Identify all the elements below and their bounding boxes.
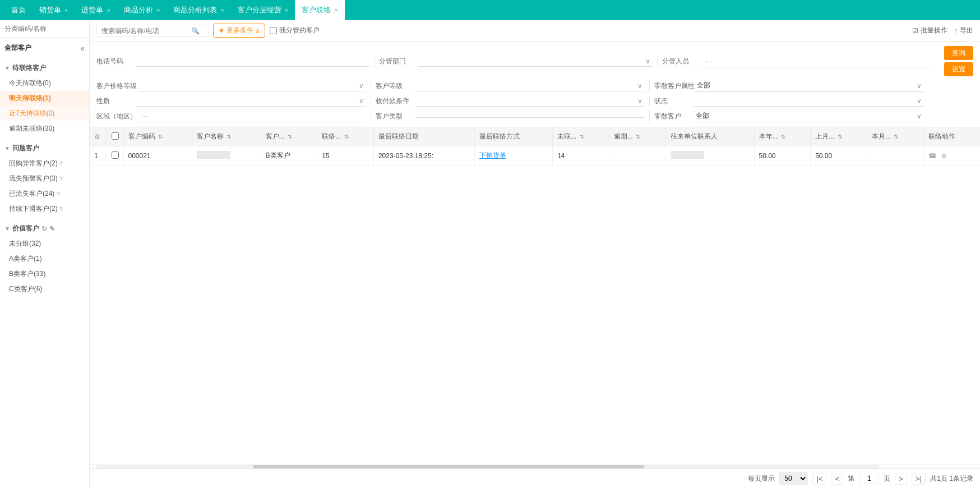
chevron-down-icon: ∨ <box>359 82 364 90</box>
nature-select[interactable]: ∨ <box>136 96 366 107</box>
th-code[interactable]: 客户编码 ⇅ <box>123 127 192 146</box>
reset-button[interactable]: 设置 <box>944 62 973 76</box>
value-section-header[interactable]: ▼ 价值客户 ↻ ✎ <box>0 221 89 236</box>
scrollbar-thumb[interactable] <box>253 465 644 468</box>
filter-price-level: 客户价格等级 ∨ <box>96 81 366 91</box>
search-input[interactable] <box>101 27 191 35</box>
close-icon[interactable]: × <box>64 7 68 13</box>
triangle-icon: ▼ <box>4 65 10 71</box>
pagination: 每页显示 50 100 |< < 第 页 > >| 共1页 1条记录 <box>90 468 980 488</box>
edit-icon[interactable]: ✎ <box>49 225 55 233</box>
th-category[interactable]: 客户... ⇅ <box>261 127 317 146</box>
select-all-checkbox[interactable] <box>112 132 119 140</box>
nav-product-analysis-list[interactable]: 商品分析列表 × <box>167 0 230 20</box>
customer-table: ⚙ 客户编码 ⇅ 客户名称 ⇅ <box>90 127 980 165</box>
customer-type-select[interactable] <box>415 115 645 118</box>
row-checkbox[interactable] <box>112 151 119 159</box>
close-icon[interactable]: × <box>220 7 224 13</box>
sidebar-item-class-a[interactable]: A类客户(1) <box>0 251 89 266</box>
nav-home[interactable]: 首页 <box>4 0 33 20</box>
sidebar-item-overdue[interactable]: 逾期未联络(30) <box>0 121 89 136</box>
my-customer-input[interactable] <box>270 27 277 34</box>
th-name[interactable]: 客户名称 ⇅ <box>192 127 261 146</box>
th-last-contact-date[interactable]: 最后联络日期 <box>373 127 474 146</box>
manager-select[interactable]: ··· <box>701 56 935 67</box>
export-button[interactable]: ↑ 导出 <box>954 26 973 35</box>
cell-code: 000021 <box>123 146 192 165</box>
dept-select[interactable]: ∨ <box>418 56 652 67</box>
gear-icon[interactable]: ⚙ <box>94 133 100 141</box>
help-icon[interactable]: ? <box>59 160 63 167</box>
chevron-down-icon: ∨ <box>917 97 922 105</box>
th-last-contact-method[interactable]: 最后联络方式 <box>474 127 552 146</box>
th-last-month[interactable]: 上月... ⇅ <box>811 127 867 146</box>
sidebar-item-declining[interactable]: 持续下滑客户(2) ? <box>0 201 89 217</box>
ellipsis-icon[interactable]: ··· <box>141 112 148 121</box>
close-icon[interactable]: × <box>285 7 288 13</box>
problem-section-header[interactable]: ▼ 问题客户 <box>0 141 89 156</box>
help-icon[interactable]: ? <box>59 206 63 213</box>
last-contact-method-link[interactable]: 下销货单 <box>479 151 506 159</box>
th-overdue[interactable]: 逾期... ⇅ <box>609 127 665 146</box>
all-customers-header[interactable]: 全部客户 « <box>0 40 89 56</box>
sidebar-item-abnormal-repurchase[interactable]: 回购异常客户(2) ? <box>0 156 89 171</box>
payment-select[interactable]: ∨ <box>415 96 645 107</box>
sidebar-item-today[interactable]: 今天待联络(0) <box>0 76 89 91</box>
th-contact-person[interactable]: 往来单位联系人 <box>665 127 754 146</box>
pending-section-header[interactable]: ▼ 待联络客户 <box>0 61 89 76</box>
last-page-button[interactable]: >| <box>912 473 926 485</box>
horizontal-scrollbar[interactable] <box>90 464 980 468</box>
help-icon[interactable]: ? <box>59 176 63 182</box>
th-uncontacted[interactable]: 未联... ⇅ <box>553 127 609 146</box>
my-customer-checkbox[interactable]: 我分管的客户 <box>270 26 320 35</box>
help-icon[interactable]: ? <box>56 191 59 197</box>
th-this-month[interactable]: 本月... ⇅ <box>867 127 923 146</box>
sidebar-item-class-b[interactable]: B类客户(33) <box>0 266 89 282</box>
first-page-button[interactable]: |< <box>812 473 826 485</box>
sidebar-item-tomorrow[interactable]: 明天待联络(1) <box>0 91 89 106</box>
sidebar-search-area: 🔍 <box>0 20 89 38</box>
more-filter-button[interactable]: ▼ 更多条件 ∧ <box>213 24 265 38</box>
retail-select[interactable]: 全部 ∨ <box>694 110 924 122</box>
filter-action-buttons: 查询 设置 <box>944 46 973 76</box>
more-action-icon[interactable]: ⊞ <box>941 152 947 160</box>
retail-attr-select[interactable]: 全部 ∨ <box>695 80 924 92</box>
chevron-down-icon: ∨ <box>637 97 642 105</box>
sidebar-item-churned[interactable]: 已流失客户(24) ? <box>0 186 89 201</box>
sidebar-item-7days[interactable]: 近7天待联络(0) <box>0 106 89 121</box>
search-button[interactable]: 🔍 <box>191 27 200 35</box>
refresh-icon[interactable]: ↻ <box>41 225 47 233</box>
next-page-button[interactable]: > <box>895 473 907 485</box>
nav-product-analysis[interactable]: 商品分析 × <box>117 0 167 20</box>
query-button[interactable]: 查询 <box>944 46 973 60</box>
nav-sales-order[interactable]: 销货单 × <box>33 0 75 20</box>
cell-this-year: 50.00 <box>754 146 811 165</box>
close-icon[interactable]: × <box>107 7 110 13</box>
current-page-input[interactable] <box>859 473 879 484</box>
contact-action-icon[interactable]: ☎ <box>928 152 937 160</box>
sidebar-item-churn-warning[interactable]: 流失预警客户(3) ? <box>0 171 89 186</box>
page-label-2: 页 <box>884 474 890 484</box>
nav-customer-segmentation[interactable]: 客户分层经营 × <box>231 0 295 20</box>
filter-region: 区域（地区） ··· <box>96 111 366 122</box>
filter-panel: 电话号码 分管部门 ∨ 分管人员 ··· <box>90 42 980 127</box>
prev-page-button[interactable]: < <box>831 473 843 485</box>
phone-input[interactable] <box>136 56 369 67</box>
close-icon[interactable]: × <box>334 7 338 13</box>
page-size-select[interactable]: 50 100 <box>779 472 808 485</box>
th-contact-count[interactable]: 联络... ⇅ <box>317 127 374 146</box>
status-select[interactable]: ∨ <box>694 96 924 107</box>
checkbox-icon: ☑ <box>912 27 918 35</box>
ellipsis-icon[interactable]: ··· <box>706 57 713 66</box>
price-level-select[interactable]: ∨ <box>137 81 366 91</box>
customer-level-select[interactable]: ∨ <box>415 81 645 91</box>
sidebar-item-class-c[interactable]: C类客户(6) <box>0 282 89 297</box>
nav-customer-contact[interactable]: 客户联络 × <box>295 0 344 20</box>
batch-action-button[interactable]: ☑ 批量操作 <box>912 26 947 35</box>
th-this-year[interactable]: 本年... ⇅ <box>754 127 811 146</box>
nav-purchase-order[interactable]: 进货单 × <box>75 0 117 20</box>
sidebar-item-ungrouped[interactable]: 未分组(32) <box>0 236 89 251</box>
region-select[interactable]: ··· <box>137 111 366 122</box>
close-icon[interactable]: × <box>156 7 160 13</box>
sidebar-search-input[interactable] <box>4 25 89 33</box>
